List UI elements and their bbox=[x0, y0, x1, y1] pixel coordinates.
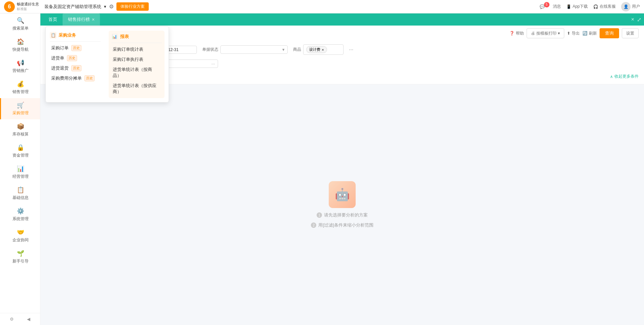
dropdown-item-receipt-by-goods[interactable]: 进货单统计表（按商品） bbox=[111, 65, 162, 81]
dropdown-col1-title: 📋 采购业务 bbox=[50, 31, 101, 42]
dropdown-col2-title: 📊 报表 bbox=[111, 32, 162, 43]
dropdown-item-expense[interactable]: 采购费用分摊单 历史 bbox=[50, 73, 101, 83]
dropdown-item-receipt-by-supplier[interactable]: 进货单统计表（按供应商） bbox=[111, 81, 162, 97]
purchase-col-icon: 📋 bbox=[50, 32, 57, 39]
dropdown-item-return[interactable]: 进货退货 历史 bbox=[50, 63, 101, 73]
purchase-dropdown-menu: 📋 采购业务 采购订单 历史 进货单 历史 进货退货 历史 采购费用分摊单 历史… bbox=[45, 26, 169, 103]
report-col-icon: 📊 bbox=[111, 33, 118, 40]
dropdown-item-order-stats[interactable]: 采购订单统计表 bbox=[111, 44, 162, 54]
dropdown-item-order-exec[interactable]: 采购订单执行表 bbox=[111, 54, 162, 65]
dropdown-col-report: 📊 报表 采购订单统计表 采购订单执行表 进货单统计表（按商品） 进货单统计表（… bbox=[109, 31, 165, 98]
dropdown-col-purchase: 📋 采购业务 采购订单 历史 进货单 历史 进货退货 历史 采购费用分摊单 历史 bbox=[50, 31, 101, 98]
dropdown-item-purchase-order[interactable]: 采购订单 历史 bbox=[50, 43, 101, 53]
dropdown-item-receipt[interactable]: 进货单 历史 bbox=[50, 53, 101, 63]
